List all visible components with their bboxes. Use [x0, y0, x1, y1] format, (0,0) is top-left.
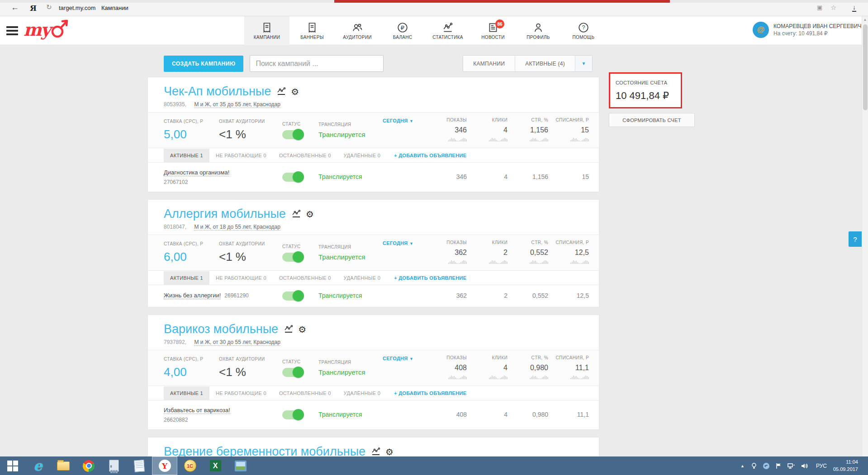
- campaign-title-link[interactable]: Ведение беременности мобильные: [164, 445, 365, 456]
- hidden-icons-arrow-icon[interactable]: ▲: [740, 464, 745, 468]
- filter-status[interactable]: АКТИВНЫЕ (4): [515, 56, 575, 71]
- browser-back-icon[interactable]: ←: [11, 3, 19, 12]
- tab-deleted-ads[interactable]: УДАЛЁННЫЕ 0: [337, 386, 387, 400]
- period-selector[interactable]: СЕГОДНЯ ▼: [383, 240, 426, 246]
- taskbar-yandex-browser[interactable]: Y: [152, 456, 177, 475]
- campaign-status-toggle[interactable]: [282, 368, 303, 377]
- yandex-browser-icon[interactable]: Я: [30, 4, 37, 13]
- period-selector[interactable]: СЕГОДНЯ ▼: [383, 355, 426, 361]
- ad-name-link[interactable]: Диагностика организма!: [164, 169, 229, 176]
- campaign-title-link[interactable]: Варикоз мобильные: [164, 322, 278, 336]
- tab-stopped-ads[interactable]: ОСТАНОВЛЕННЫЕ 0: [273, 149, 337, 162]
- network-tray-icon[interactable]: [787, 462, 795, 470]
- excel-icon: X: [210, 460, 221, 471]
- generate-invoice-button[interactable]: СФОРМИРОВАТЬ СЧЕТ: [609, 113, 695, 127]
- add-ad-link[interactable]: + ДОБАВИТЬ ОБЪЯВЛЕНИЕ: [394, 390, 466, 396]
- add-ad-link[interactable]: + ДОБАВИТЬ ОБЪЯВЛЕНИЕ: [394, 275, 466, 281]
- campaign-status-toggle[interactable]: [282, 130, 303, 139]
- scrollbar-thumb[interactable]: [863, 24, 868, 110]
- campaign-settings-gear-icon[interactable]: ⚙: [306, 210, 314, 219]
- campaign-settings-gear-icon[interactable]: ⚙: [291, 87, 299, 96]
- flag-tray-icon[interactable]: [775, 462, 782, 470]
- language-indicator[interactable]: РУС: [816, 463, 827, 469]
- tab-active-ads[interactable]: АКТИВНЫЕ 1: [164, 149, 209, 162]
- filter-dropdown-caret-icon[interactable]: ▼: [575, 56, 592, 71]
- campaign-stats-icon[interactable]: [284, 325, 294, 334]
- tab-not-working-ads[interactable]: НЕ РАБОТАЮЩИЕ 0: [209, 271, 273, 285]
- ad-status-toggle[interactable]: [282, 173, 303, 182]
- nav-statistics[interactable]: СТАТИСТИКА: [425, 16, 470, 45]
- taskbar-notepad[interactable]: [127, 456, 152, 475]
- taskbar-1c[interactable]: 1С: [177, 456, 203, 475]
- rate-value[interactable]: 5,00: [164, 127, 219, 141]
- campaign-settings-gear-icon[interactable]: ⚙: [385, 447, 394, 456]
- create-campaign-button[interactable]: СОЗДАТЬ КАМПАНИЮ: [164, 56, 243, 72]
- bulb-tray-icon[interactable]: [751, 462, 757, 470]
- page-mode-icon[interactable]: ▣: [817, 4, 822, 11]
- filter-type[interactable]: КАМПАНИИ: [463, 56, 515, 71]
- bookmark-star-icon[interactable]: ☆: [830, 4, 836, 12]
- rate-value[interactable]: 4,00: [164, 365, 219, 379]
- campaign-title-link[interactable]: Аллергия мобильные: [164, 207, 286, 221]
- tab-deleted-ads[interactable]: УДАЛЁННЫЕ 0: [337, 271, 387, 285]
- campaign-targeting-link[interactable]: М и Ж, от 30 до 55 лет, Краснодар: [194, 339, 280, 346]
- start-button[interactable]: [0, 456, 25, 475]
- messenger-tray-icon[interactable]: [763, 462, 770, 470]
- shows-label: ПОКАЗЫ: [426, 240, 467, 245]
- tab-title[interactable]: Кампании: [101, 5, 128, 11]
- campaign-title-link[interactable]: Чек-Ап мобильные: [164, 85, 271, 99]
- tab-stopped-ads[interactable]: ОСТАНОВЛЕННЫЕ 0: [273, 271, 337, 285]
- tab-stopped-ads[interactable]: ОСТАНОВЛЕННЫЕ 0: [273, 386, 337, 400]
- mytarget-logo[interactable]: my: [24, 19, 69, 40]
- taskbar-excel[interactable]: X: [203, 456, 228, 475]
- add-ad-link[interactable]: + ДОБАВИТЬ ОБЪЯВЛЕНИЕ: [394, 153, 466, 158]
- taskbar-internet-explorer[interactable]: e: [25, 456, 51, 475]
- nav-audiences[interactable]: АУДИТОРИИ: [335, 16, 380, 45]
- hamburger-menu-icon[interactable]: [6, 26, 18, 35]
- taskbar-chrome[interactable]: [76, 456, 101, 475]
- campaign-settings-gear-icon[interactable]: ⚙: [298, 325, 306, 334]
- taskbar-clock[interactable]: 11:04 05.09.2017: [833, 459, 858, 473]
- tab-not-working-ads[interactable]: НЕ РАБОТАЮЩИЕ 0: [209, 386, 273, 400]
- nav-campaigns[interactable]: КАМПАНИИ: [244, 16, 289, 45]
- search-input[interactable]: [250, 55, 384, 72]
- ad-name-link[interactable]: Жизнь без аллергии!: [164, 292, 221, 299]
- tab-deleted-ads[interactable]: УДАЛЁННЫЕ 0: [337, 149, 387, 162]
- nav-news[interactable]: 86 НОВОСТИ: [470, 16, 516, 45]
- user-account[interactable]: @ КОМАРЕВЦЕВ ИВАН СЕРГЕЕВИЧ На счету: 10…: [753, 22, 861, 38]
- address-url[interactable]: target.my.com: [59, 5, 95, 11]
- nav-banners[interactable]: БАННЕРЫ: [289, 16, 335, 45]
- tab-active-ads[interactable]: АКТИВНЫЕ 1: [164, 386, 209, 400]
- scrollbar-up-arrow-icon[interactable]: ▲: [862, 16, 868, 22]
- campaign-card: Варикоз мобильные ⚙ 7937892, М и Ж, от 3…: [148, 315, 599, 429]
- nav-help[interactable]: ? ПОМОЩЬ: [561, 16, 606, 45]
- nav-balance[interactable]: ₽ БАЛАНС: [380, 16, 425, 45]
- page-scrollbar[interactable]: ▲: [862, 16, 868, 456]
- rate-value[interactable]: 6,00: [164, 250, 219, 264]
- ad-name-link[interactable]: Избавьтесь от варикоза!: [164, 407, 230, 414]
- tab-active-ads[interactable]: АКТИВНЫЕ 1: [164, 271, 209, 285]
- nav-profile[interactable]: ПРОФИЛЬ: [516, 16, 561, 45]
- feedback-help-button[interactable]: ?: [849, 231, 862, 247]
- period-selector[interactable]: СЕГОДНЯ ▼: [383, 118, 426, 123]
- refresh-icon[interactable]: ↻: [46, 3, 52, 11]
- taskbar-image-viewer[interactable]: [228, 456, 253, 475]
- taskbar-file-explorer[interactable]: [51, 456, 76, 475]
- ruble-icon: ₽: [397, 22, 408, 33]
- campaign-stats-icon[interactable]: [371, 447, 382, 456]
- taskbar-calculator[interactable]: 0: [101, 456, 127, 475]
- tab-not-working-ads[interactable]: НЕ РАБОТАЮЩИЕ 0: [209, 149, 273, 162]
- ctr-sparkline: [530, 374, 548, 379]
- campaign-stats-icon[interactable]: [276, 87, 287, 96]
- user-name: КОМАРЕВЦЕВ ИВАН СЕРГЕЕВИЧ: [773, 23, 861, 29]
- ad-status-toggle[interactable]: [282, 410, 303, 419]
- ad-shows-value: 362: [426, 292, 467, 299]
- broadcast-label: ТРАНСЛЯЦИЯ: [318, 122, 383, 127]
- download-icon[interactable]: ↓: [852, 4, 856, 12]
- volume-tray-icon[interactable]: [801, 462, 808, 470]
- campaign-targeting-link[interactable]: М и Ж, от 18 до 55 лет, Краснодар: [194, 224, 280, 230]
- campaign-targeting-link[interactable]: М и Ж, от 35 до 55 лет, Краснодар: [194, 101, 280, 108]
- ad-status-toggle[interactable]: [282, 292, 303, 301]
- campaign-stats-icon[interactable]: [291, 210, 302, 219]
- campaign-status-toggle[interactable]: [282, 253, 303, 262]
